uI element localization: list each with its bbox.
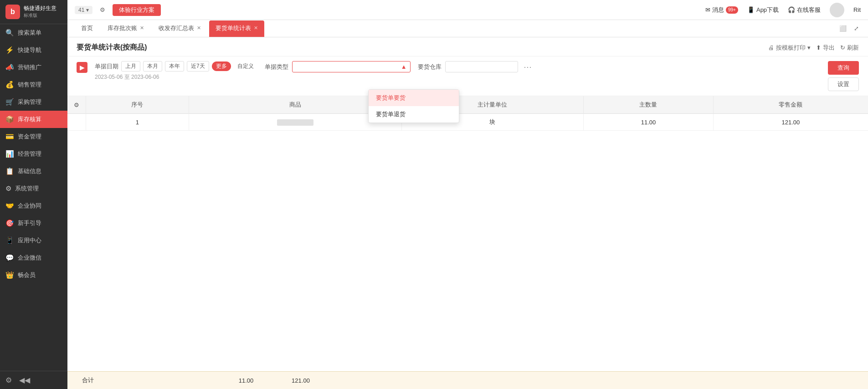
operations-icon: 📊 [5, 150, 14, 158]
sidebar-item-operations[interactable]: 📊 经营管理 [0, 145, 67, 163]
col-index: 序号 [86, 96, 189, 114]
sidebar-item-label: 企业协同 [18, 202, 41, 210]
sidebar-item-guide[interactable]: 🎯 新手引导 [0, 215, 67, 232]
sidebar-item-label: 库存核算 [18, 115, 41, 123]
tab-expand: ⬜ ⤢ [837, 23, 861, 34]
dropdown-item-order-return[interactable]: 要货单退货 [369, 106, 459, 123]
warehouse-filter-group: 要货仓库 ⋯ [418, 61, 534, 72]
footer-amount: 121.00 [273, 377, 328, 384]
tab-fullscreen-icon[interactable]: ⤢ [852, 23, 861, 34]
sidebar-item-label: 畅会员 [18, 271, 36, 279]
filter-settings-button[interactable]: 设置 [828, 77, 859, 91]
finance-icon: 💳 [5, 133, 14, 141]
tab-inventory-batch[interactable]: 库存批次账 ✕ [101, 20, 150, 37]
type-filter-input[interactable] [292, 61, 411, 72]
member-icon: 👑 [5, 271, 14, 279]
sidebar-item-label: 经营管理 [18, 150, 41, 158]
sidebar-item-sales[interactable]: 💰 销售管理 [0, 76, 67, 93]
message-icon: ✉ [705, 6, 710, 13]
dropdown-item-order-goods[interactable]: 要货单要货 [369, 90, 459, 106]
tab-home[interactable]: 首页 [75, 20, 99, 37]
online-service-button[interactable]: 🎧 在线客服 [788, 6, 821, 14]
dropdown-item-order-goods-label: 要货单要货 [376, 94, 406, 101]
tab-receivable-summary-label: 收发存汇总表 [159, 24, 194, 32]
sidebar-item-finance[interactable]: 💳 资金管理 [0, 128, 67, 145]
sidebar-item-purchase[interactable]: 🛒 采购管理 [0, 93, 67, 111]
sidebar-item-marketing[interactable]: 📣 营销推广 [0, 59, 67, 76]
type-filter-arrow-up[interactable]: ▲ [401, 63, 407, 70]
warehouse-filter-input[interactable] [445, 61, 518, 72]
tab-expand-icon[interactable]: ⬜ [837, 23, 848, 34]
version-selector[interactable]: 41 ▾ [75, 6, 92, 14]
message-label: 消息 [712, 6, 724, 14]
print-dropdown-icon: ▾ [807, 44, 811, 51]
page-actions: 🖨 按模板打印 ▾ ⬆ 导出 ↻ 刷新 [768, 44, 859, 52]
date-last-7days-btn[interactable]: 近7天 [187, 61, 209, 72]
tab-inventory-batch-close[interactable]: ✕ [140, 25, 144, 31]
sidebar-item-shortcut[interactable]: ⚡ 快捷导航 [0, 41, 67, 59]
username-label[interactable]: Rit [853, 6, 861, 13]
warehouse-filter-more-icon[interactable]: ⋯ [522, 62, 534, 72]
sidebar-bottom: ⚙ ◀◀ [0, 371, 67, 389]
date-this-year-btn[interactable]: 本年 [165, 61, 184, 72]
sidebar-nav: 🔍 搜索菜单 ⚡ 快捷导航 📣 营销推广 💰 销售管理 🛒 采购管理 📦 库存核… [0, 24, 67, 371]
sidebar-item-label: 销售管理 [18, 81, 41, 89]
app-label: App下载 [756, 6, 779, 14]
export-button[interactable]: ⬆ 导出 [816, 44, 835, 52]
sidebar-item-search[interactable]: 🔍 搜索菜单 [0, 24, 67, 41]
cell-amount: 121.00 [713, 114, 868, 131]
date-this-month-btn[interactable]: 本月 [143, 61, 162, 72]
dropdown-item-order-return-label: 要货单退货 [376, 111, 406, 118]
sidebar-item-label: 企业微信 [18, 254, 41, 262]
promo-button[interactable]: 体验行业方案 [113, 4, 161, 16]
type-filter-group: 单据类型 ▲ [265, 61, 411, 72]
query-button[interactable]: 查询 [828, 61, 859, 75]
tab-receivable-summary-close[interactable]: ✕ [197, 25, 201, 31]
filter-expand-button[interactable]: ▶ [77, 62, 87, 73]
user-avatar[interactable] [830, 3, 844, 17]
service-icon: 🎧 [788, 6, 795, 13]
sidebar-item-basic[interactable]: 📋 基础信息 [0, 163, 67, 180]
app-icon: 📱 [747, 6, 755, 13]
date-custom-btn[interactable]: 自定义 [234, 61, 257, 71]
topbar: 41 ▾ ⚙ 体验行业方案 ✉ 消息 99+ 📱 App下载 🎧 在线客服 Ri… [67, 0, 868, 20]
export-label: 导出 [823, 44, 835, 52]
topbar-settings-icon[interactable]: ⚙ [96, 4, 109, 16]
warehouse-filter-label: 要货仓库 [418, 63, 442, 71]
data-table-container: ⚙ 序号 商品 主计量单位 主数量 零售金额 1 [67, 96, 868, 371]
sidebar-item-enterprise[interactable]: 🤝 企业协同 [0, 197, 67, 215]
service-label: 在线客服 [797, 6, 821, 14]
sidebar-item-system[interactable]: ⚙ 系统管理 [0, 180, 67, 197]
cell-settings [67, 114, 86, 131]
print-button[interactable]: 🖨 按模板打印 ▾ [768, 44, 811, 52]
page-title: 要货单统计表(按商品) [77, 43, 147, 52]
export-icon: ⬆ [816, 44, 821, 51]
system-icon: ⚙ [5, 184, 11, 193]
purchase-icon: 🛒 [5, 98, 14, 106]
basic-icon: 📋 [5, 167, 14, 175]
tab-order-stats-close[interactable]: ✕ [254, 25, 258, 31]
sidebar-item-member[interactable]: 👑 畅会员 [0, 266, 67, 284]
date-last-month-btn[interactable]: 上月 [121, 61, 140, 72]
table-row: 1 块 11.00 121.00 [67, 114, 868, 131]
table-footer: 合计 11.00 121.00 [67, 371, 868, 389]
refresh-button[interactable]: ↻ 刷新 [840, 44, 859, 52]
sidebar-collapse-icon[interactable]: ◀◀ [19, 376, 30, 384]
sidebar-item-wechat[interactable]: 💬 企业微信 [0, 249, 67, 266]
col-settings[interactable]: ⚙ [67, 96, 86, 114]
sidebar-item-label: 采购管理 [18, 98, 41, 106]
filter-bar: ▶ 单据日期 上月 本月 本年 近7天 更多 自定义 2023-05-06 至 … [67, 56, 868, 96]
app-sub: 标准版 [24, 12, 56, 19]
sidebar-settings-icon[interactable]: ⚙ [5, 376, 12, 384]
sidebar-item-inventory[interactable]: 📦 库存核算 [0, 111, 67, 128]
sidebar-item-label: 新手引导 [18, 219, 41, 227]
tab-order-stats[interactable]: 要货单统计表 ✕ [209, 20, 264, 37]
tab-receivable-summary[interactable]: 收发存汇总表 ✕ [152, 20, 207, 37]
sidebar-item-label: 搜索菜单 [18, 29, 41, 37]
sidebar-item-appstore[interactable]: 📱 应用中心 [0, 232, 67, 249]
date-range-display: 2023-05-06 至 2023-06-06 [95, 73, 159, 81]
message-button[interactable]: ✉ 消息 99+ [705, 6, 738, 14]
date-more-btn[interactable]: 更多 [212, 61, 231, 71]
date-filter-label: 单据日期 [95, 62, 118, 71]
app-download-button[interactable]: 📱 App下载 [747, 6, 779, 14]
